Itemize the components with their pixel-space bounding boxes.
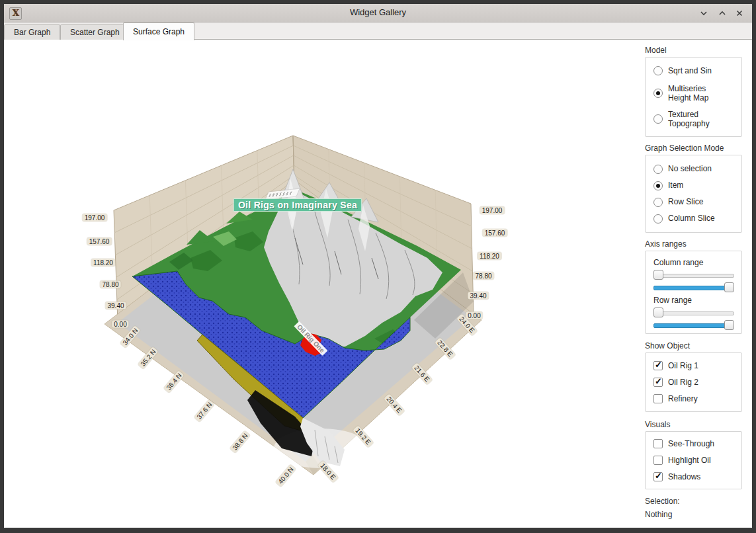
column-range-label: Column range bbox=[653, 258, 741, 267]
value-axis-tick: 39.40 bbox=[105, 302, 126, 309]
checkbox-label: Highlight Oil bbox=[668, 456, 730, 465]
checkbox-label: See-Through bbox=[668, 439, 730, 448]
checkbox-icon[interactable] bbox=[653, 456, 663, 465]
radio-icon-selected[interactable] bbox=[653, 181, 663, 190]
slider-handle[interactable] bbox=[653, 270, 663, 280]
radio-label: Sqrt and Sin bbox=[668, 66, 730, 75]
checkbox-see-through[interactable]: See-Through bbox=[653, 436, 741, 452]
checkbox-icon[interactable] bbox=[653, 439, 663, 448]
radio-icon[interactable] bbox=[653, 214, 663, 224]
tab-surface-graph[interactable]: Surface Graph bbox=[123, 22, 194, 40]
radio-sqrt-and-sin[interactable]: Sqrt and Sin bbox=[653, 63, 741, 79]
chevron-up-icon bbox=[718, 9, 726, 17]
checkbox-label: Shadows bbox=[668, 472, 730, 481]
surface-plot-canvas[interactable] bbox=[4, 40, 638, 527]
selection-status-value: Nothing bbox=[645, 510, 672, 519]
radio-row-slice[interactable]: Row Slice bbox=[653, 194, 741, 210]
row-range-min-slider[interactable] bbox=[653, 307, 734, 319]
radio-label: Multiseries Height Map bbox=[668, 84, 730, 102]
minimize-button[interactable] bbox=[696, 7, 711, 19]
checkbox-oil-rig-1[interactable]: Oil Rig 1 bbox=[653, 357, 741, 374]
slider-groove[interactable] bbox=[653, 274, 734, 278]
radio-icon[interactable] bbox=[653, 66, 663, 75]
slider-handle[interactable] bbox=[653, 308, 663, 317]
surface-graph-page: Oil Rigs on Imaginary Sea Oil Rig One 19… bbox=[4, 39, 752, 528]
show-object-groupbox: Oil Rig 1 Oil Rig 2 Refinery bbox=[645, 352, 742, 412]
radio-label: No selection bbox=[668, 164, 730, 173]
visuals-groupbox: See-Through Highlight Oil Shadows bbox=[645, 431, 742, 489]
radio-icon[interactable] bbox=[653, 114, 663, 124]
radio-icon-selected[interactable] bbox=[653, 89, 663, 98]
value-axis-tick: 78.80 bbox=[100, 281, 120, 288]
window-frame: X Widget Gallery Bar Graph Scatter Graph… bbox=[0, 0, 756, 533]
value-axis-tick: 118.20 bbox=[91, 259, 115, 266]
radio-label: Row Slice bbox=[668, 197, 730, 206]
radio-multiseries-height-map[interactable]: Multiseries Height Map bbox=[653, 82, 741, 104]
model-group-label: Model bbox=[645, 46, 667, 55]
checkbox-icon-checked[interactable] bbox=[653, 378, 663, 387]
close-icon bbox=[735, 9, 743, 17]
axis-ranges-groupbox: Column range Row range bbox=[645, 251, 742, 334]
slider-handle[interactable] bbox=[724, 320, 734, 330]
slider-groove[interactable] bbox=[653, 311, 734, 315]
chevron-down-icon bbox=[700, 9, 708, 17]
column-range-max-slider[interactable] bbox=[653, 282, 734, 294]
tab-bar-graph[interactable]: Bar Graph bbox=[4, 24, 60, 40]
checkbox-label: Refinery bbox=[668, 394, 730, 403]
selection-mode-group-label: Graph Selection Mode bbox=[645, 144, 724, 153]
window-title: Widget Gallery bbox=[4, 7, 752, 17]
radio-no-selection[interactable]: No selection bbox=[653, 161, 741, 177]
visuals-group-label: Visuals bbox=[645, 420, 670, 429]
radio-textured-topography[interactable]: Textured Topography bbox=[653, 108, 741, 130]
radio-label: Textured Topography bbox=[668, 110, 730, 128]
checkbox-refinery[interactable]: Refinery bbox=[653, 391, 741, 407]
value-axis-tick: 0.00 bbox=[466, 312, 482, 319]
radio-column-slice[interactable]: Column Slice bbox=[653, 210, 741, 227]
row-range-max-slider[interactable] bbox=[653, 319, 734, 331]
value-axis-tick: 157.60 bbox=[87, 238, 112, 245]
radio-icon[interactable] bbox=[653, 198, 663, 207]
radio-label: Item bbox=[668, 181, 730, 190]
checkbox-icon[interactable] bbox=[653, 394, 663, 403]
axis-ranges-group-label: Axis ranges bbox=[645, 239, 687, 249]
checkbox-label: Oil Rig 1 bbox=[668, 361, 730, 370]
application-window: X Widget Gallery Bar Graph Scatter Graph… bbox=[4, 4, 752, 527]
value-axis-tick: 78.80 bbox=[473, 272, 493, 280]
titlebar[interactable]: X Widget Gallery bbox=[4, 4, 752, 22]
slider-groove-filled[interactable] bbox=[653, 323, 734, 328]
checkbox-highlight-oil[interactable]: Highlight Oil bbox=[653, 452, 741, 469]
slider-handle[interactable] bbox=[724, 282, 734, 292]
tab-bar: Bar Graph Scatter Graph Surface Graph bbox=[4, 22, 752, 40]
value-axis-tick: 0.00 bbox=[112, 321, 128, 328]
radio-item[interactable]: Item bbox=[653, 177, 741, 194]
show-object-group-label: Show Object bbox=[645, 341, 690, 350]
row-range-label: Row range bbox=[653, 296, 741, 305]
tab-scatter-graph[interactable]: Scatter Graph bbox=[60, 24, 130, 40]
selection-status-label: Selection: bbox=[645, 497, 680, 506]
column-range-min-slider[interactable] bbox=[653, 269, 734, 281]
checkbox-icon-checked[interactable] bbox=[653, 361, 663, 370]
checkbox-label: Oil Rig 2 bbox=[668, 378, 730, 387]
value-axis-tick: 118.20 bbox=[478, 253, 501, 260]
value-axis-tick: 197.00 bbox=[83, 214, 107, 222]
radio-icon[interactable] bbox=[653, 165, 663, 174]
close-button[interactable] bbox=[732, 7, 747, 19]
value-axis-tick: 157.60 bbox=[483, 229, 507, 237]
maximize-button[interactable] bbox=[715, 7, 730, 19]
value-axis-tick: 197.00 bbox=[480, 207, 505, 214]
checkbox-shadows[interactable]: Shadows bbox=[653, 468, 741, 485]
radio-label: Column Slice bbox=[668, 214, 730, 223]
slider-groove-filled[interactable] bbox=[653, 286, 734, 290]
surface-3d-view[interactable]: Oil Rigs on Imaginary Sea Oil Rig One 19… bbox=[4, 40, 638, 527]
checkbox-oil-rig-2[interactable]: Oil Rig 2 bbox=[653, 374, 741, 390]
checkbox-icon-checked[interactable] bbox=[653, 472, 663, 481]
chart-title: Oil Rigs on Imaginary Sea bbox=[233, 198, 362, 212]
model-groupbox: Sqrt and Sin Multiseries Height Map Text… bbox=[645, 57, 742, 137]
value-axis-tick: 39.40 bbox=[468, 292, 488, 300]
selection-mode-groupbox: No selection Item Row Slice Column Slice bbox=[645, 155, 742, 233]
